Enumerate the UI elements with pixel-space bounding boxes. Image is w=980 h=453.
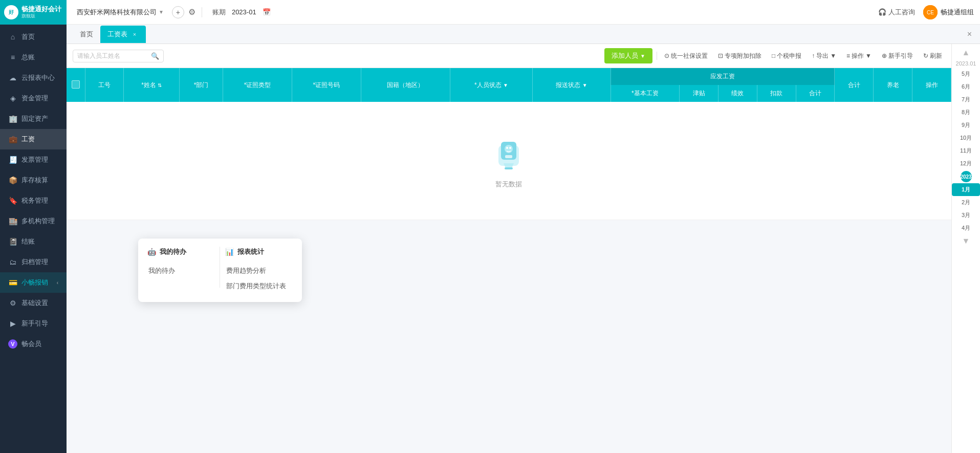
company-chevron-icon: ▼ bbox=[159, 9, 164, 15]
guide-icon: ▶ bbox=[8, 319, 17, 328]
support-label: 人工咨询 bbox=[888, 8, 915, 17]
tab-salary-label: 工资表 bbox=[107, 30, 127, 39]
member-icon: V bbox=[8, 339, 17, 349]
sidebar: 好 畅捷通好会计 旗舰版 ⌂ 首页 ≡ 总账 ☁ 云报表中心 ◈ 资金管理 🏢 … bbox=[0, 0, 67, 453]
assets-icon: 🏢 bbox=[8, 115, 17, 123]
sidebar-item-guide[interactable]: ▶ 新手引导 bbox=[0, 313, 67, 334]
popup-reports-title-text: 报表统计 bbox=[237, 247, 264, 256]
tab-bar: 首页 工资表 × × bbox=[67, 25, 980, 44]
sidebar-nav: ⌂ 首页 ≡ 总账 ☁ 云报表中心 ◈ 资金管理 🏢 固定资产 💼 工资 🧾 发… bbox=[0, 25, 67, 453]
popup-report-item-1[interactable]: 费用趋势分析 bbox=[224, 263, 293, 278]
todo-icon: 🤖 bbox=[146, 247, 157, 257]
sidebar-item-ledger[interactable]: ≡ 总账 bbox=[0, 47, 67, 68]
popup-reports-title: 📊 报表统计 bbox=[224, 247, 293, 257]
sidebar-item-invoices[interactable]: 🧾 发票管理 bbox=[0, 149, 67, 170]
user-info[interactable]: CE 畅捷通组组 bbox=[923, 5, 974, 19]
sidebar-item-journal[interactable]: 📓 结账 bbox=[0, 231, 67, 252]
period-label: 账期 bbox=[212, 8, 226, 17]
expense-expand-icon: ‹ bbox=[57, 280, 58, 286]
inventory-icon: 📦 bbox=[8, 176, 17, 184]
logo-text-block: 畅捷通好会计 旗舰版 bbox=[21, 5, 61, 20]
ledger-icon: ≡ bbox=[8, 53, 17, 61]
company-name: 西安虾米网络科技有限公司 bbox=[77, 8, 157, 17]
sidebar-item-reports-label: 云报表中心 bbox=[21, 73, 55, 82]
tab-home[interactable]: 首页 bbox=[73, 26, 100, 43]
topbar: 西安虾米网络科技有限公司 ▼ + ⚙ 账期 2023-01 📅 🎧 人工咨询 C… bbox=[67, 0, 980, 25]
period-value: 2023-01 bbox=[232, 8, 256, 16]
user-avatar: CE bbox=[923, 5, 938, 19]
content-area: 🔍 添加人员 ▼ ⊙ 统一社保设置 ⊡ 专项附加扣除 □ bbox=[67, 44, 980, 453]
app-subtitle: 旗舰版 bbox=[21, 13, 61, 19]
sidebar-item-tax-label: 税务管理 bbox=[21, 196, 48, 205]
tab-bar-close-button[interactable]: × bbox=[965, 28, 974, 41]
sidebar-item-assets[interactable]: 🏢 固定资产 bbox=[0, 109, 67, 129]
svg-text:CE: CE bbox=[927, 10, 934, 15]
popup-content: 🤖 我的待办 我的待办 📊 报表统计 费用趋势分析 部门费用类型统计表 bbox=[146, 247, 294, 294]
settings-icon: ⚙ bbox=[8, 299, 17, 307]
calendar-icon[interactable]: 📅 bbox=[263, 8, 271, 16]
sidebar-item-settings-label: 基础设置 bbox=[21, 298, 48, 308]
home-icon: ⌂ bbox=[8, 33, 17, 41]
sidebar-item-multiorg-label: 多机构管理 bbox=[21, 217, 55, 226]
multiorg-icon: 🏬 bbox=[8, 217, 17, 225]
archive-icon: 🗂 bbox=[8, 258, 17, 266]
funds-icon: ◈ bbox=[8, 94, 17, 102]
sidebar-item-home[interactable]: ⌂ 首页 bbox=[0, 27, 67, 47]
app-title: 畅捷通好会计 bbox=[21, 5, 61, 13]
sidebar-item-tax[interactable]: 🔖 税务管理 bbox=[0, 190, 67, 211]
sidebar-item-invoices-label: 发票管理 bbox=[21, 155, 48, 164]
tax-icon: 🔖 bbox=[8, 197, 17, 205]
company-selector[interactable]: 西安虾米网络科技有限公司 ▼ bbox=[73, 6, 168, 19]
cloud-icon: ☁ bbox=[8, 74, 17, 82]
sidebar-item-home-label: 首页 bbox=[21, 32, 35, 41]
support-button[interactable]: 🎧 人工咨询 bbox=[878, 8, 915, 17]
settings-gear-icon[interactable]: ⚙ bbox=[188, 7, 195, 17]
sidebar-item-multiorg[interactable]: 🏬 多机构管理 bbox=[0, 211, 67, 231]
headset-icon: 🎧 bbox=[878, 8, 886, 16]
journal-icon: 📓 bbox=[8, 238, 17, 246]
sidebar-item-inventory[interactable]: 📦 库存核算 bbox=[0, 170, 67, 190]
username: 畅捷通组组 bbox=[941, 8, 974, 17]
popup-todo-title: 🤖 我的待办 bbox=[146, 247, 215, 257]
popup-report-item-2[interactable]: 部门费用类型统计表 bbox=[224, 278, 293, 294]
tab-salary-close[interactable]: × bbox=[130, 30, 139, 38]
sidebar-item-expense-label: 小畅报销 bbox=[21, 278, 48, 287]
reports-icon: 📊 bbox=[224, 247, 234, 257]
sidebar-item-inventory-label: 库存核算 bbox=[21, 176, 48, 185]
expense-icon: 💳 bbox=[8, 278, 17, 287]
main-area: 西安虾米网络科技有限公司 ▼ + ⚙ 账期 2023-01 📅 🎧 人工咨询 C… bbox=[67, 0, 980, 453]
sidebar-item-guide-label: 新手引导 bbox=[21, 319, 48, 328]
popup-section-reports: 📊 报表统计 费用趋势分析 部门费用类型统计表 bbox=[224, 247, 293, 294]
sidebar-item-archive[interactable]: 🗂 归档管理 bbox=[0, 252, 67, 272]
sidebar-item-reports[interactable]: ☁ 云报表中心 bbox=[0, 68, 67, 88]
sidebar-item-member-label: 畅会员 bbox=[21, 339, 41, 349]
sidebar-item-settings[interactable]: ⚙ 基础设置 bbox=[0, 293, 67, 313]
sidebar-logo: 好 畅捷通好会计 旗舰版 bbox=[0, 0, 67, 25]
sidebar-item-journal-label: 结账 bbox=[21, 237, 35, 246]
salary-icon: 💼 bbox=[8, 135, 17, 143]
sidebar-item-archive-label: 归档管理 bbox=[21, 257, 48, 267]
popup-menu: 🤖 我的待办 我的待办 📊 报表统计 费用趋势分析 部门费用类型统计表 bbox=[138, 239, 302, 302]
popup-overlay[interactable]: 🤖 我的待办 我的待办 📊 报表统计 费用趋势分析 部门费用类型统计表 bbox=[67, 44, 980, 453]
tab-salary[interactable]: 工资表 × bbox=[100, 26, 146, 43]
sidebar-item-salary-label: 工资 bbox=[21, 135, 35, 144]
sidebar-item-ledger-label: 总账 bbox=[21, 53, 35, 62]
sidebar-item-salary[interactable]: 💼 工资 bbox=[0, 129, 67, 149]
sidebar-item-funds-label: 资金管理 bbox=[21, 94, 48, 103]
logo-icon: 好 bbox=[4, 5, 18, 19]
sidebar-item-funds[interactable]: ◈ 资金管理 bbox=[0, 88, 67, 109]
popup-divider bbox=[220, 247, 220, 288]
sidebar-item-member[interactable]: V 畅会员 bbox=[0, 334, 67, 354]
popup-section-todo: 🤖 我的待办 我的待办 bbox=[146, 247, 215, 278]
sidebar-item-expense[interactable]: 💳 小畅报销 ‹ bbox=[0, 272, 67, 293]
invoice-icon: 🧾 bbox=[8, 156, 17, 164]
topbar-divider bbox=[202, 7, 202, 17]
add-company-button[interactable]: + bbox=[172, 6, 184, 18]
topbar-right: 🎧 人工咨询 CE 畅捷通组组 bbox=[878, 5, 974, 19]
popup-todo-title-text: 我的待办 bbox=[160, 247, 186, 256]
popup-todo-item-1[interactable]: 我的待办 bbox=[146, 263, 215, 278]
sidebar-item-assets-label: 固定资产 bbox=[21, 114, 48, 123]
tab-home-label: 首页 bbox=[80, 30, 93, 38]
